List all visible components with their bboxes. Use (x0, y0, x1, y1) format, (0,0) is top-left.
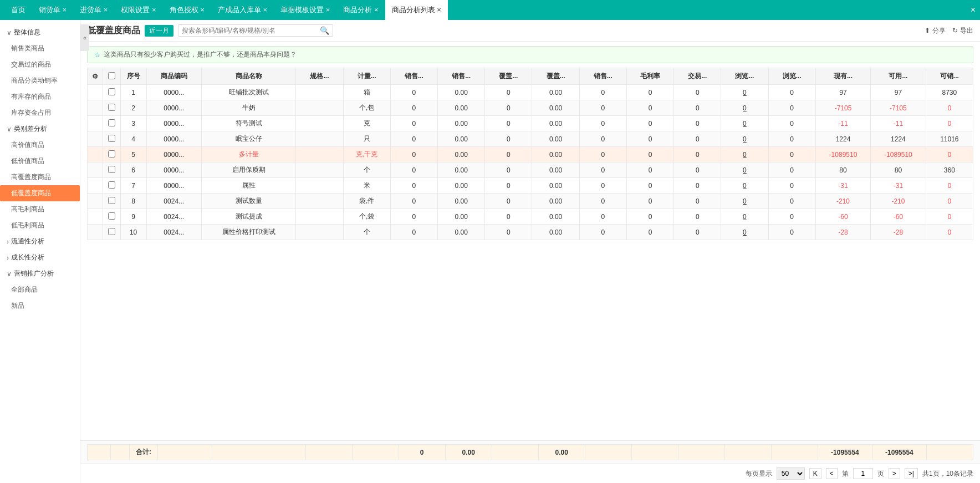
sidebar-collapse-button[interactable]: « (80, 24, 89, 51)
td-unit: 袋,件 (343, 194, 390, 209)
row-checkbox[interactable] (108, 150, 115, 157)
sidebar-item-low-margin[interactable]: 低毛利商品 (0, 217, 80, 233)
row-checkbox[interactable] (108, 166, 115, 173)
td-unit: 米 (343, 178, 390, 194)
first-page-button[interactable]: K (809, 468, 821, 479)
row-checkbox[interactable] (108, 104, 115, 111)
sidebar-item-low-value[interactable]: 低价值商品 (0, 153, 80, 169)
td-stock1: -60 (815, 209, 870, 225)
close-all-button[interactable]: × (971, 5, 976, 15)
page-label: 第 (842, 469, 849, 479)
nav-purchase-order[interactable]: 进货单 × (73, 0, 114, 20)
sidebar-section-circulation[interactable]: › 流通性分析 (0, 233, 80, 250)
nav-product-analysis-list[interactable]: 商品分析列表 × (385, 0, 448, 20)
th-sales3: 销售... (579, 68, 626, 85)
td-checkbox[interactable] (103, 100, 120, 116)
table-row: 70000...属性米00.0000.0000000-31-310 (88, 178, 973, 194)
last-page-button[interactable]: >| (905, 468, 918, 479)
td-code: 0000... (146, 178, 201, 194)
sidebar-section-marketing[interactable]: ∨ 营销推广分析 (0, 266, 80, 282)
sidebar-section-category-diff[interactable]: ∨ 类别差分析 (0, 121, 80, 137)
sidebar-item-capital-usage[interactable]: 库存资金占用 (0, 105, 80, 121)
td-browse1: 0 (721, 178, 768, 194)
nav-permissions[interactable]: 权限设置 × (114, 0, 162, 20)
td-sales1: 0 (390, 131, 437, 147)
export-button[interactable]: ↻ 导出 (952, 26, 973, 35)
sidebar-item-sales-goods[interactable]: 销售类商品 (0, 40, 80, 57)
td-trade: 0 (674, 85, 721, 100)
td-stock3: 360 (926, 162, 973, 178)
per-page-select[interactable]: 50 20 100 (777, 467, 805, 480)
td-checkbox[interactable] (103, 147, 120, 162)
sidebar-item-high-coverage[interactable]: 高覆盖度商品 (0, 169, 80, 185)
total-sales2: 0.00 (445, 445, 492, 460)
td-code: 0024... (146, 225, 201, 240)
table-row: 80024...测试数量袋,件00.0000.0000000-210-2100 (88, 194, 973, 209)
td-browse2: 0 (768, 194, 815, 209)
td-browse2: 0 (768, 178, 815, 194)
sidebar-item-category-turnover[interactable]: 商品分类动销率 (0, 73, 80, 89)
row-checkbox[interactable] (108, 197, 115, 204)
nav-product-instock[interactable]: 产成品入库单 × (211, 0, 274, 20)
row-checkbox[interactable] (108, 228, 115, 235)
td-checkbox[interactable] (103, 85, 120, 100)
td-sales2: 0.00 (438, 116, 485, 131)
td-checkbox[interactable] (103, 162, 120, 178)
nav-product-analysis[interactable]: 商品分析 × (336, 0, 385, 20)
td-stock3: 0 (926, 194, 973, 209)
td-unit: 个 (343, 225, 390, 240)
time-filter-button[interactable]: 近一月 (145, 25, 173, 37)
td-name: 眠宝公仔 (201, 131, 295, 147)
sidebar-item-all-goods[interactable]: 全部商品 (0, 282, 80, 298)
td-checkbox[interactable] (103, 131, 120, 147)
nav-home[interactable]: 首页 (4, 0, 32, 20)
content-header: 低覆盖度商品 近一月 🔍 ⬆ 分享 ↻ 导出 (80, 20, 980, 42)
sidebar-item-low-coverage[interactable]: 低覆盖度商品 (0, 185, 80, 201)
td-stock1: -1089510 (815, 147, 870, 162)
td-stock2: -1089510 (871, 147, 926, 162)
sidebar-item-high-value[interactable]: 高价值商品 (0, 137, 80, 153)
total-browse2 (771, 445, 818, 460)
td-stock2: -11 (871, 116, 926, 131)
next-page-button[interactable]: > (889, 468, 900, 479)
row-checkbox[interactable] (108, 135, 115, 142)
sidebar-item-high-margin[interactable]: 高毛利商品 (0, 201, 80, 217)
sidebar-section-growth-label: 成长性分析 (11, 253, 44, 262)
td-stock2: -7105 (871, 100, 926, 116)
td-coverage1: 0 (485, 178, 532, 194)
row-checkbox[interactable] (108, 181, 115, 189)
chevron-right-icon: › (7, 238, 9, 246)
td-checkbox[interactable] (103, 209, 120, 225)
nav-role-auth[interactable]: 角色授权 × (163, 0, 211, 20)
th-sales2: 销售... (438, 68, 485, 85)
th-checkbox[interactable] (103, 68, 120, 85)
share-button[interactable]: ⬆ 分享 (925, 26, 946, 35)
td-trade: 0 (674, 116, 721, 131)
sidebar-item-new-goods[interactable]: 新品 (0, 298, 80, 314)
td-empty (88, 85, 103, 100)
th-browse1: 浏览... (721, 68, 768, 85)
row-checkbox[interactable] (108, 88, 115, 95)
td-coverage2: 0.00 (532, 85, 579, 100)
nav-sales-order[interactable]: 销货单 × (32, 0, 73, 20)
sidebar-section-overall[interactable]: ∨ 整体信息 (0, 24, 80, 40)
table-row: 30000...符号测试克00.0000.0000000-11-110 (88, 116, 973, 131)
td-checkbox[interactable] (103, 116, 120, 131)
td-browse1: 0 (721, 225, 768, 240)
th-gear[interactable]: ⚙ (88, 68, 103, 85)
td-browse2: 0 (768, 147, 815, 162)
td-checkbox[interactable] (103, 194, 120, 209)
td-checkbox[interactable] (103, 225, 120, 240)
search-input[interactable] (182, 27, 320, 34)
nav-template-settings[interactable]: 单据模板设置 × (274, 0, 336, 20)
sidebar-item-traded-goods[interactable]: 交易过的商品 (0, 57, 80, 73)
page-number-input[interactable] (853, 468, 873, 479)
prev-page-button[interactable]: < (826, 468, 838, 479)
sidebar-section-growth[interactable]: › 成长性分析 (0, 250, 80, 266)
row-checkbox[interactable] (108, 119, 115, 126)
sidebar-item-stocked-goods[interactable]: 有库存的商品 (0, 89, 80, 105)
select-all-checkbox[interactable] (108, 72, 115, 79)
row-checkbox[interactable] (108, 212, 115, 220)
td-unit: 只 (343, 131, 390, 147)
td-checkbox[interactable] (103, 178, 120, 194)
